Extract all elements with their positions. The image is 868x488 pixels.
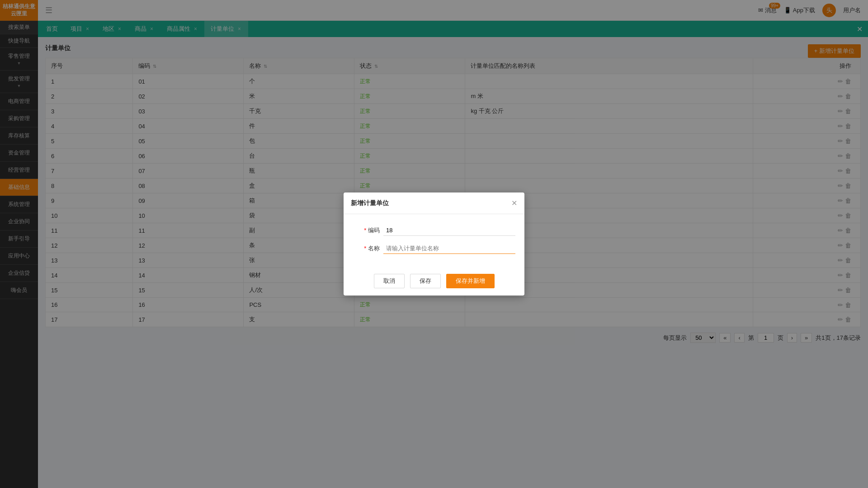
- save-button[interactable]: 保存: [410, 274, 441, 288]
- name-label: 名称: [353, 244, 380, 253]
- form-row-name: 名称: [353, 243, 515, 254]
- modal-title: 新增计量单位: [351, 199, 389, 207]
- modal-close-button[interactable]: ✕: [511, 199, 517, 207]
- cancel-button[interactable]: 取消: [374, 274, 405, 288]
- modal-footer: 取消 保存 保存并新增: [344, 268, 524, 296]
- code-input[interactable]: [383, 225, 515, 236]
- modal-header: 新增计量单位 ✕: [344, 192, 524, 214]
- save-and-new-button[interactable]: 保存并新增: [446, 274, 495, 288]
- name-input[interactable]: [383, 243, 515, 254]
- add-unit-modal: 新增计量单位 ✕ 编码 名称 取消 保存 保存并新增: [344, 192, 524, 296]
- code-label: 编码: [353, 226, 380, 235]
- modal-overlay[interactable]: 新增计量单位 ✕ 编码 名称 取消 保存 保存并新增: [0, 0, 868, 488]
- modal-body: 编码 名称: [344, 214, 524, 268]
- form-row-code: 编码: [353, 225, 515, 236]
